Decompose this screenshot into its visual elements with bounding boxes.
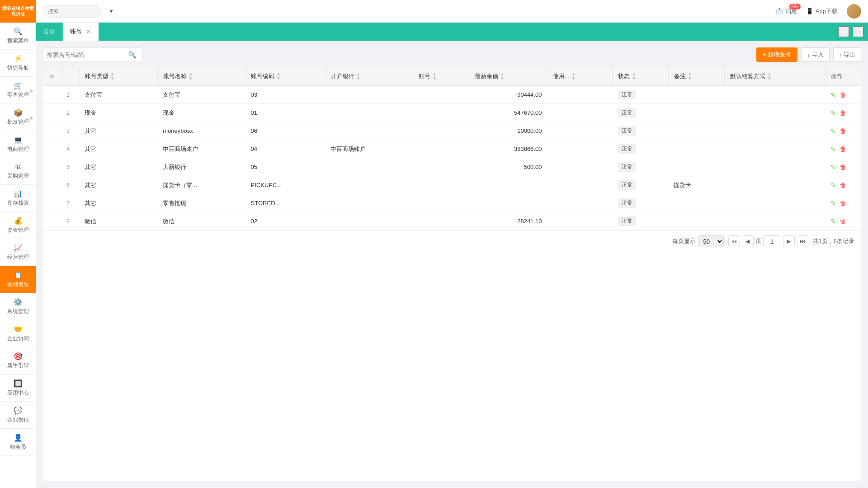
page-input[interactable]	[763, 235, 781, 247]
top-search-input[interactable]	[43, 5, 102, 18]
export-button[interactable]: ↑ 导出	[833, 47, 862, 62]
cell-settings	[43, 86, 61, 104]
edit-button[interactable]: ✎	[830, 127, 836, 135]
per-page-dropdown[interactable]: 50 10 20 100	[698, 235, 724, 247]
settings-icon[interactable]: ⚙	[49, 73, 55, 80]
cell-usage	[547, 176, 612, 194]
sidebar-item-purchase-mgmt[interactable]: 🛍 采购管理	[0, 158, 36, 185]
cell-settings	[43, 158, 61, 176]
col-status[interactable]: 状态 ▲▼	[613, 67, 669, 86]
sidebar-item-search-menu[interactable]: 🔍 搜索菜单	[0, 23, 36, 50]
tab-maximize-action[interactable]: ⛶	[853, 26, 863, 37]
dropdown-button[interactable]: ▼	[108, 8, 114, 14]
import-button[interactable]: ↓ 导入	[801, 47, 830, 62]
sidebar-item-operation-mgmt[interactable]: 📈 经营管理	[0, 239, 36, 266]
cell-usage	[547, 140, 612, 158]
last-page-btn[interactable]: ⏭	[797, 235, 808, 247]
message-button[interactable]: 📩 消息 99+	[776, 7, 797, 15]
cell-account-type: 其它	[79, 194, 157, 212]
col-usage[interactable]: 使用... ▲▼	[547, 67, 612, 86]
cell-account-no	[413, 158, 469, 176]
edit-button[interactable]: ✎	[830, 218, 836, 225]
delete-button[interactable]: 🗑	[840, 182, 846, 189]
member-icon: 👤	[14, 433, 23, 442]
edit-button[interactable]: ✎	[830, 145, 836, 153]
tab-close-icon[interactable]: ✕	[86, 28, 91, 35]
cell-usage	[547, 194, 612, 212]
cell-operation: ✎ 🗑	[825, 122, 861, 140]
app-download-label: App下载	[816, 7, 838, 15]
add-account-button[interactable]: + 新增账号	[756, 47, 797, 62]
edit-button[interactable]: ✎	[830, 109, 836, 117]
col-balance[interactable]: 最新余额 ▲▼	[469, 67, 547, 86]
cell-account-type: 微信	[79, 212, 157, 230]
sidebar-item-wholesale-mgmt[interactable]: 📦 批发管理 ▶	[0, 104, 36, 131]
sidebar-item-beginner-guide[interactable]: 🎯 新手引导	[0, 347, 36, 375]
sidebar-item-ecommerce-mgmt[interactable]: 💻 电商管理	[0, 131, 36, 158]
retail-icon: 🛒	[14, 81, 23, 90]
prev-page-btn[interactable]: ◀	[742, 235, 754, 247]
delete-button[interactable]: 🗑	[840, 218, 846, 225]
sidebar-item-app-center[interactable]: 🔲 应用中心	[0, 375, 36, 402]
tab-close-action[interactable]: ✕	[838, 26, 849, 37]
delete-button[interactable]: 🗑	[840, 109, 846, 117]
cell-bank	[325, 158, 413, 176]
sidebar-item-enterprise-wechat[interactable]: 💬 企业微信	[0, 402, 36, 429]
delete-button[interactable]: 🗑	[840, 127, 846, 135]
first-page-btn[interactable]: ⏮	[728, 235, 740, 247]
sidebar-item-enterprise-agreement[interactable]: 🤝 企业协同	[0, 320, 36, 347]
cell-account-no	[413, 194, 469, 212]
col-account-code[interactable]: 账号编码 ▲▼	[245, 67, 326, 86]
sidebar-item-quick-nav[interactable]: ⚡ 快捷导航	[0, 50, 36, 77]
cell-operation: ✎ 🗑	[825, 86, 861, 104]
cell-balance: 383866.00	[469, 140, 547, 158]
delete-button[interactable]: 🗑	[840, 91, 846, 99]
edit-button[interactable]: ✎	[830, 182, 836, 189]
user-avatar[interactable]	[847, 4, 861, 19]
search-input[interactable]	[47, 52, 128, 58]
sidebar-item-finance-mgmt[interactable]: 💰 资金管理	[0, 212, 36, 239]
app-download-button[interactable]: 📱 App下载	[806, 7, 838, 15]
sidebar-item-basic-info[interactable]: 📋 基础信息	[0, 266, 36, 293]
col-settings[interactable]: ⚙	[43, 67, 61, 86]
delete-button[interactable]: 🗑	[840, 164, 846, 171]
edit-button[interactable]: ✎	[830, 200, 836, 207]
cell-account-no	[413, 86, 469, 104]
tab-home[interactable]: 首页	[36, 23, 63, 41]
cell-status: 正常	[613, 122, 669, 140]
search-menu-icon: 🔍	[14, 27, 23, 36]
app-logo: 稻谷进销存生意 乐进版	[0, 0, 36, 23]
search-icon[interactable]: 🔍	[128, 51, 136, 58]
col-note[interactable]: 备注 ▲▼	[668, 67, 724, 86]
sidebar-item-member[interactable]: 👤 畅会员	[0, 429, 36, 456]
table-row: 2 现金 现金 01 547670.00 正常 ✎ 🗑	[43, 104, 861, 122]
col-bank[interactable]: 开户银行 ▲▼	[325, 67, 413, 86]
col-account-type[interactable]: 账号类型 ▲▼	[79, 67, 157, 86]
table-row: 4 其它 中百商场账户 04 中百商场账户 383866.00 正常 ✎ 🗑	[43, 140, 861, 158]
cell-default-settlement	[724, 176, 825, 194]
cell-account-type: 支付宝	[79, 86, 157, 104]
tab-account[interactable]: 账号 ✕	[63, 23, 99, 41]
cell-default-settlement	[724, 104, 825, 122]
edit-button[interactable]: ✎	[830, 164, 836, 171]
import-label: 导入	[812, 51, 824, 59]
cell-note	[668, 158, 724, 176]
cell-note: 提货卡	[668, 176, 724, 194]
cell-account-type: 其它	[79, 122, 157, 140]
cell-account-type: 其它	[79, 176, 157, 194]
col-account-name[interactable]: 账号名称 ▲▼	[157, 67, 245, 86]
delete-button[interactable]: 🗑	[840, 200, 846, 207]
sidebar-item-inventory-check[interactable]: 📊 库存核算	[0, 185, 36, 212]
cell-operation: ✎ 🗑	[825, 212, 861, 230]
sidebar-item-system-mgmt[interactable]: ⚙️ 系统管理	[0, 293, 36, 320]
edit-button[interactable]: ✎	[830, 91, 836, 99]
delete-button[interactable]: 🗑	[840, 145, 846, 153]
next-page-btn[interactable]: ▶	[783, 235, 795, 247]
sidebar-item-retail-mgmt[interactable]: 🛒 零售管理 ▶	[0, 77, 36, 104]
col-default-settlement[interactable]: 默认结算方式 ▲▼	[724, 67, 825, 86]
cell-account-code: 05	[245, 158, 326, 176]
cell-account-no	[413, 122, 469, 140]
col-account-no[interactable]: 账号 ▲▼	[413, 67, 469, 86]
cell-index: 7	[61, 194, 79, 212]
sidebar-item-label: 搜索菜单	[7, 37, 29, 45]
